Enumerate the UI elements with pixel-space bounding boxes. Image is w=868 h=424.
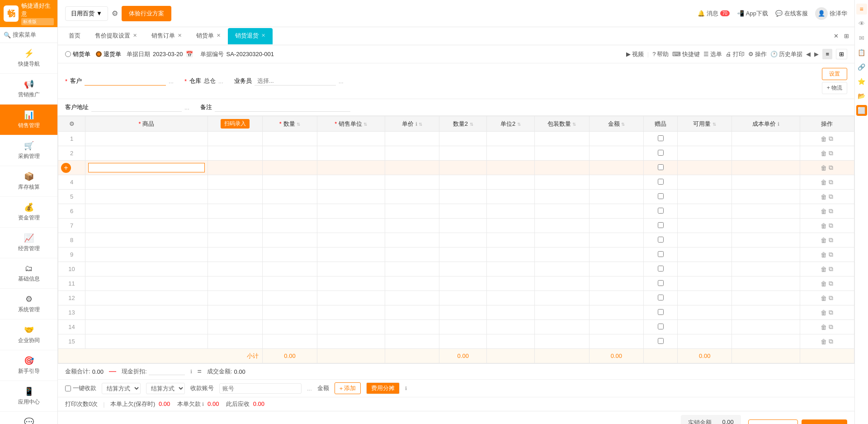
qty-cell-2[interactable] — [263, 146, 317, 161]
view-list-btn[interactable]: ≡ — [822, 49, 832, 59]
gift-checkbox-15[interactable] — [658, 338, 664, 344]
calendar-icon[interactable]: 📅 — [186, 51, 193, 57]
delete-icon-4[interactable]: 🗑 — [821, 179, 827, 186]
qty2-cell-4[interactable] — [439, 175, 487, 190]
price-cell-4[interactable] — [385, 175, 439, 190]
tab-price-setting[interactable]: 售价提取设置 ✕ — [88, 28, 144, 44]
available-cell-13[interactable] — [678, 305, 732, 320]
delete-icon-3[interactable]: 🗑 — [821, 164, 827, 172]
amount-cell-14[interactable] — [589, 320, 643, 334]
delete-icon-14[interactable]: 🗑 — [821, 324, 827, 331]
available-cell-12[interactable] — [678, 291, 732, 305]
unit-cell-11[interactable] — [317, 276, 385, 291]
logistics-side-btn[interactable]: + 物流 — [822, 82, 847, 94]
info-icon-discount[interactable]: ℹ — [190, 369, 192, 375]
price-cell-6[interactable] — [385, 204, 439, 219]
qty-cell-9[interactable] — [263, 248, 317, 262]
product-cell-13[interactable] — [85, 305, 208, 320]
unit-cell-3[interactable] — [317, 161, 385, 175]
price-cell-13[interactable] — [385, 305, 439, 320]
address-select-btn[interactable]: ... — [184, 104, 189, 111]
right-icon-1[interactable]: ≡ — [856, 4, 867, 14]
available-cell-9[interactable] — [678, 248, 732, 262]
gift-checkbox-9[interactable] — [658, 251, 664, 257]
product-cell-4[interactable] — [85, 175, 208, 190]
unit-cell-13[interactable] — [317, 305, 385, 320]
unit2-cell-5[interactable] — [487, 190, 534, 204]
gift-cell-9[interactable] — [643, 248, 677, 262]
sidebar-item-wechat[interactable]: 💬 企业微信 — [0, 412, 57, 424]
product-cell-8[interactable] — [85, 233, 208, 248]
price-cell-5[interactable] — [385, 190, 439, 204]
price-cell-1[interactable] — [385, 132, 439, 146]
sidebar-item-sales[interactable]: 📊 销售管理 — [0, 105, 57, 135]
delete-icon-2[interactable]: 🗑 — [821, 150, 827, 157]
tab-sales-return[interactable]: 销货退货 ✕ — [228, 28, 273, 44]
qty-cell-7[interactable] — [263, 219, 317, 233]
qty-cell-11[interactable] — [263, 276, 317, 291]
cost-cell-10[interactable] — [732, 262, 800, 276]
sidebar-item-newbie[interactable]: 🎯 新手引导 — [0, 350, 57, 381]
qty-cell-8[interactable] — [263, 233, 317, 248]
product-cell-9[interactable] — [85, 248, 208, 262]
gift-cell-12[interactable] — [643, 291, 677, 305]
delete-icon-7[interactable]: 🗑 — [821, 222, 827, 229]
cost-cell-2[interactable] — [732, 146, 800, 161]
gift-checkbox-5[interactable] — [658, 193, 664, 199]
info-icon2[interactable]: ℹ — [202, 401, 204, 407]
delete-icon-12[interactable]: 🗑 — [821, 295, 827, 302]
cost-cell-12[interactable] — [732, 291, 800, 305]
tab-sales[interactable]: 销货单 ✕ — [189, 28, 228, 44]
available-cell-1[interactable] — [678, 132, 732, 146]
packqty-cell-8[interactable] — [534, 233, 589, 248]
qty2-sort[interactable]: ⇅ — [470, 122, 473, 127]
qty2-cell-8[interactable] — [439, 233, 487, 248]
gift-cell-5[interactable] — [643, 190, 677, 204]
unit2-cell-13[interactable] — [487, 305, 534, 320]
gift-checkbox-7[interactable] — [658, 222, 664, 228]
product-cell-1[interactable] — [85, 132, 208, 146]
unit2-cell-4[interactable] — [487, 175, 534, 190]
radio-return-label[interactable]: 退货单 — [96, 50, 121, 58]
qty2-cell-6[interactable] — [439, 204, 487, 219]
packqty-cell-6[interactable] — [534, 204, 589, 219]
fee-split-btn[interactable]: 费用分摊 — [366, 382, 400, 394]
gift-cell-4[interactable] — [643, 175, 677, 190]
cost-cell-14[interactable] — [732, 320, 800, 334]
radio-sale[interactable] — [65, 51, 71, 57]
unit2-cell-9[interactable] — [487, 248, 534, 262]
copy-icon-2[interactable]: ⧉ — [829, 149, 833, 157]
gift-checkbox-11[interactable] — [658, 280, 664, 286]
cost-cell-5[interactable] — [732, 190, 800, 204]
close-sales-order[interactable]: ✕ — [178, 33, 182, 38]
gift-checkbox-10[interactable] — [658, 266, 664, 272]
settle-method-select[interactable]: 结算方式 — [102, 383, 141, 394]
price-sort[interactable]: ⇅ — [419, 122, 422, 127]
gear-icon-col[interactable]: ⚙ — [69, 120, 75, 127]
qty-cell-13[interactable] — [263, 305, 317, 320]
video-btn[interactable]: ▶ 视频 — [626, 50, 644, 58]
amount-cell-11[interactable] — [589, 276, 643, 291]
unit2-cell-7[interactable] — [487, 219, 534, 233]
tab-sales-order[interactable]: 销售订单 ✕ — [144, 28, 189, 44]
gift-cell-3[interactable] — [643, 161, 677, 175]
copy-icon-11[interactable]: ⧉ — [829, 280, 833, 287]
gear-icon-topbar[interactable]: ⚙ — [112, 9, 118, 18]
sidebar-item-appstore[interactable]: 📱 应用中心 — [0, 381, 57, 412]
right-icon-6[interactable]: ⭐ — [856, 76, 867, 87]
save-draft-btn[interactable]: 保存草稿 ▲ — [748, 419, 798, 424]
available-sort[interactable]: ⇅ — [712, 122, 716, 127]
sidebar-item-shortcut[interactable]: ⚡ 快捷导航 — [0, 43, 57, 74]
gift-checkbox-14[interactable] — [658, 324, 664, 329]
packqty-sort[interactable]: ⇅ — [572, 122, 576, 127]
gift-cell-7[interactable] — [643, 219, 677, 233]
qty-cell-10[interactable] — [263, 262, 317, 276]
delete-icon-8[interactable]: 🗑 — [821, 237, 827, 244]
amount-cell-9[interactable] — [589, 248, 643, 262]
packqty-cell-3[interactable] — [534, 161, 589, 175]
cost-cell-11[interactable] — [732, 276, 800, 291]
unit-cell-8[interactable] — [317, 233, 385, 248]
unit-cell-2[interactable] — [317, 146, 385, 161]
add-row-btn[interactable]: + — [61, 163, 71, 173]
close-sales[interactable]: ✕ — [217, 33, 221, 38]
